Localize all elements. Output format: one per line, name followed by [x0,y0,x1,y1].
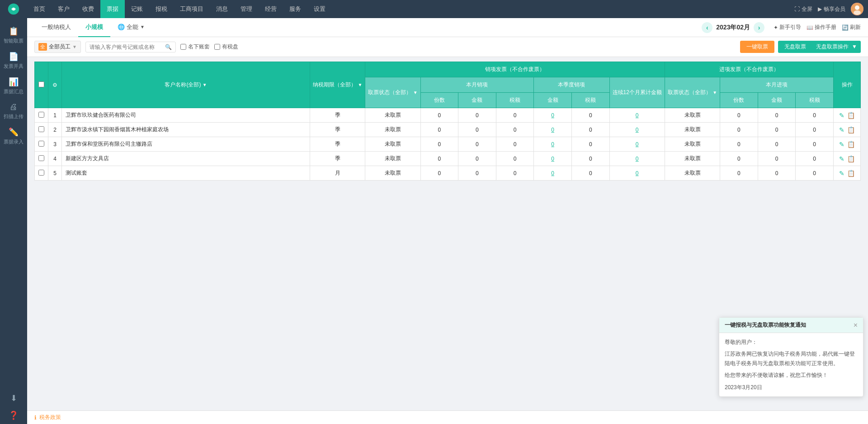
nav-business[interactable]: 工商项目 [174,0,210,18]
row-checkbox[interactable] [38,155,44,161]
edit-icon[interactable]: ✎ [839,155,844,162]
nav-tax[interactable]: 报税 [149,0,174,18]
nav-operations[interactable]: 经营 [259,0,283,18]
my-account-checkbox-label[interactable]: 名下账套 [180,43,210,51]
my-account-checkbox[interactable] [180,44,186,50]
col-tax-period[interactable]: 纳税期限（全部） ▼ [310,62,365,108]
row-customer-name[interactable]: 卫辉市汲水镇下园闹香烟菖木种植家庭农场 [62,123,310,137]
fullscreen-btn[interactable]: ⛶ 全屏 [794,5,812,13]
select-all-checkbox[interactable] [38,81,44,87]
new-guide-link[interactable]: ✦ 新手引导 [774,24,801,31]
refresh-link[interactable]: 🔄 刷新 [842,24,861,31]
row-purchase-monthly-amount: 0 [758,123,796,137]
edit-icon[interactable]: ✎ [839,141,844,148]
row-purchase-monthly-tax: 0 [796,123,834,137]
row-purchase-monthly-shares: 0 [720,166,758,181]
row-checkbox-cell[interactable] [35,137,48,152]
search-icon[interactable]: 🔍 [165,44,172,50]
row-sales-monthly-amount: 0 [458,123,496,137]
scan-upload-icon: 🖨 [9,102,18,112]
col-sales-status[interactable]: 取票状态（全部） ▼ [365,77,420,108]
nav-message[interactable]: 消息 [210,0,234,18]
row-checkbox-cell[interactable] [35,166,48,181]
sidebar-item-help[interactable]: ❓ [0,407,27,424]
no-disk-btn[interactable]: 无盘取票 [778,41,812,53]
nav-invoice[interactable]: 票据 [100,0,125,18]
sidebar-item-download[interactable]: ⬇ [0,390,27,407]
manual-link[interactable]: 📖 操作手册 [807,24,836,31]
row-purchase-monthly-amount: 0 [758,137,796,152]
tax-policy-link[interactable]: 税务政策 [39,414,61,421]
row-customer-name[interactable]: 卫辉市玖玖健合医药有限公司 [62,108,310,123]
row-purchase-monthly-shares: 0 [720,137,758,152]
tax-disk-checkbox[interactable] [214,44,220,50]
no-disk-ops-btn[interactable]: 无盘取票操作 ▼ [812,41,861,53]
tax-disk-checkbox-label[interactable]: 有税盘 [214,43,238,51]
employee-filter-select[interactable]: 全 全部员工 ▼ [34,41,81,53]
row-sales-cumulative: 0 [609,166,665,181]
nav-home[interactable]: 首页 [27,0,52,18]
detail-icon[interactable]: 📋 [847,170,855,177]
row-customer-name[interactable]: 测试账套 [62,166,310,181]
row-index: 4 [48,152,62,166]
period-prev-btn[interactable]: ‹ [702,22,712,33]
col-purchase-status[interactable]: 取票状态（全部） ▼ [665,77,720,108]
nav-settings[interactable]: 设置 [307,0,332,18]
row-sales-monthly-tax: 0 [496,123,534,137]
row-actions: ✎ 📋 [834,123,861,137]
user-avatar[interactable] [851,3,863,15]
toolbar: 全 全部员工 ▼ 🔍 名下账套 有税盘 一键取票 无盘取票 无盘取 [27,37,868,57]
row-checkbox-cell[interactable] [35,123,48,137]
notification-close-btn[interactable]: × [854,322,858,329]
sidebar-item-invoice-entry[interactable]: ✏️ 票据录入 [0,124,27,149]
row-period: 季 [310,152,365,166]
sidebar-item-invoice-open[interactable]: 📄 发票开具 [0,48,27,73]
row-checkbox-cell[interactable] [35,108,48,123]
tab-general-taxpayer[interactable]: 一般纳税人 [34,18,78,37]
chevron-down-icon: ▼ [852,43,857,50]
sidebar-item-scan-upload[interactable]: 🖨 扫描上传 [0,99,27,124]
col-customer-name[interactable]: 客户名称(全部) ▼ [62,62,310,108]
col-sales-monthly-amount: 金额 [458,93,496,108]
member-btn[interactable]: ▶ 畅享会员 [818,5,845,13]
row-customer-name[interactable]: 卫辉市保和堂医药有限公司主辙路店 [62,137,310,152]
col-purchase-monthly-shares: 份数 [720,93,758,108]
detail-icon[interactable]: 📋 [847,141,855,148]
edit-icon[interactable]: ✎ [839,126,844,133]
tab-all[interactable]: 🌐 全能 ▼ [110,18,152,37]
nav-service[interactable]: 服务 [283,0,307,18]
detail-icon[interactable]: 📋 [847,126,855,133]
row-customer-name[interactable]: 新建区方方文具店 [62,152,310,166]
row-purchase-monthly-tax: 0 [796,108,834,123]
one-key-fetch-btn[interactable]: 一键取票 [740,41,774,53]
sidebar-item-smart-fetch[interactable]: 📋 智能取票 [0,23,27,48]
nav-management[interactable]: 管理 [234,0,259,18]
row-checkbox[interactable] [38,112,44,118]
edit-icon[interactable]: ✎ [839,112,844,119]
detail-icon[interactable]: 📋 [847,112,855,119]
row-checkbox[interactable] [38,126,44,132]
detail-icon[interactable]: 📋 [847,155,855,162]
row-checkbox[interactable] [38,170,44,176]
nav-bookkeeping[interactable]: 记账 [125,0,149,18]
book-icon: 📖 [807,24,813,31]
row-purchase-status: 未取票 [665,152,720,166]
row-checkbox[interactable] [38,141,44,147]
search-input[interactable] [90,44,163,50]
row-purchase-monthly-tax: 0 [796,152,834,166]
tab-small-scale[interactable]: 小规模 [78,18,110,37]
fullscreen-icon: ⛶ [794,6,800,12]
settings-icon[interactable]: ⚙ [52,82,57,88]
row-period: 季 [310,108,365,123]
info-icon: ℹ [34,414,37,421]
row-sales-monthly-tax: 0 [496,152,534,166]
row-sales-cumulative: 0 [609,123,665,137]
edit-icon[interactable]: ✎ [839,170,844,177]
row-checkbox-cell[interactable] [35,152,48,166]
nav-customer[interactable]: 客户 [52,0,76,18]
period-next-btn[interactable]: › [754,22,764,33]
notification-title: 一键报税与无盘取票功能恢复通知 [725,321,806,329]
nav-billing[interactable]: 收费 [76,0,100,18]
svg-point-4 [854,10,861,15]
sidebar-item-invoice-summary[interactable]: 📊 票据汇总 [0,73,27,99]
